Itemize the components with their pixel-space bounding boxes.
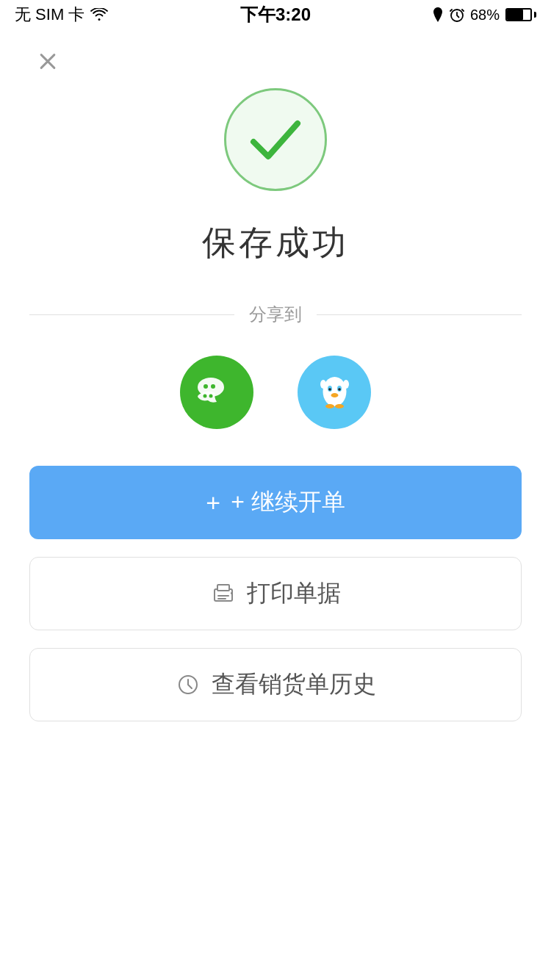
wechat-share-button[interactable]: [180, 356, 253, 429]
divider-right: [317, 314, 522, 315]
history-icon: [175, 671, 201, 698]
svg-point-14: [325, 404, 334, 408]
svg-point-12: [320, 380, 326, 389]
svg-point-13: [343, 380, 349, 389]
share-section: 分享到: [0, 303, 551, 429]
svg-point-2: [204, 384, 208, 389]
status-time: 下午3:20: [240, 3, 311, 26]
svg-point-9: [328, 388, 331, 391]
main-content: 保存成功 分享到: [0, 29, 551, 721]
status-bar: 无 SIM 卡 下午3:20 68%: [0, 0, 551, 29]
battery-icon: [505, 8, 536, 21]
no-sim-text: 无 SIM 卡: [15, 4, 84, 26]
print-icon: [210, 580, 237, 607]
svg-point-10: [338, 388, 341, 391]
svg-rect-19: [217, 598, 226, 599]
location-icon: [432, 7, 444, 22]
share-icons: [29, 356, 522, 429]
svg-point-15: [335, 404, 344, 408]
share-label: 分享到: [249, 303, 302, 326]
share-divider: 分享到: [29, 303, 522, 326]
wechat-icon: [195, 374, 239, 411]
history-button[interactable]: 查看销货单历史: [29, 648, 522, 721]
history-label: 查看销货单历史: [212, 669, 376, 701]
svg-rect-20: [231, 592, 233, 594]
svg-point-3: [211, 384, 215, 389]
alarm-icon: [450, 7, 464, 22]
plus-icon: +: [206, 489, 220, 517]
success-title: 保存成功: [202, 220, 349, 266]
status-right: 68%: [432, 7, 536, 24]
print-button[interactable]: 打印单据: [29, 557, 522, 630]
svg-point-11: [331, 393, 338, 397]
action-buttons: + + 继续开单 打印单据: [0, 466, 551, 721]
svg-point-4: [204, 394, 207, 398]
qq-icon: [314, 372, 355, 413]
wifi-icon: [90, 8, 108, 21]
continue-button[interactable]: + + 继续开单: [29, 466, 522, 539]
success-circle: [224, 88, 327, 191]
close-button[interactable]: [29, 43, 66, 79]
divider-left: [29, 314, 234, 315]
qq-share-button[interactable]: [298, 356, 371, 429]
print-label: 打印单据: [247, 577, 341, 610]
checkmark-icon: [246, 116, 305, 164]
svg-point-6: [323, 377, 346, 406]
status-left: 无 SIM 卡: [15, 4, 108, 26]
svg-rect-18: [217, 595, 229, 597]
continue-label: + 继续开单: [231, 486, 345, 519]
svg-rect-17: [217, 585, 229, 591]
battery-percent: 68%: [470, 7, 500, 24]
svg-point-5: [209, 394, 213, 398]
